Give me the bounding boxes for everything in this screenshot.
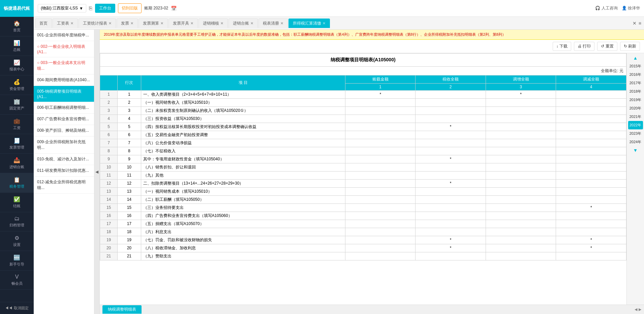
- row-c1[interactable]: [345, 203, 415, 212]
- row-c2[interactable]: [416, 212, 486, 220]
- tab-import-check-close[interactable]: ✕: [220, 21, 223, 26]
- row-c2[interactable]: [416, 147, 486, 155]
- year-item[interactable]: 2020年: [628, 104, 643, 113]
- row-c1[interactable]: [345, 236, 415, 244]
- table-row[interactable]: 20 20 （八）税收滞纳金、加收利息 * *: [100, 244, 626, 252]
- row-c1[interactable]: [345, 228, 415, 236]
- row-c2[interactable]: *: [416, 155, 486, 163]
- year-item[interactable]: 2018年: [628, 87, 643, 96]
- row-c1[interactable]: [345, 131, 415, 139]
- tab-import-ledger[interactable]: 进销台账 ✕: [228, 19, 258, 28]
- row-c2[interactable]: *: [416, 244, 486, 252]
- row-c1[interactable]: [345, 139, 415, 147]
- row-c3[interactable]: [486, 147, 556, 155]
- table-row[interactable]: 21 21 （九）赞助支出: [100, 252, 626, 260]
- row-c3[interactable]: [486, 179, 556, 187]
- row-c4[interactable]: *: [556, 236, 626, 244]
- row-c4[interactable]: [556, 187, 626, 195]
- row-c4[interactable]: [556, 90, 626, 98]
- old-version-button[interactable]: 切到旧版: [118, 3, 142, 13]
- row-c3[interactable]: [486, 220, 556, 228]
- customer-service[interactable]: 🎧 人工咨询: [595, 5, 617, 11]
- row-c2[interactable]: [416, 252, 486, 260]
- tab-payroll-report-close[interactable]: ✕: [109, 21, 112, 26]
- list-item-001[interactable]: 001-企业所得税年度纳税申...: [34, 30, 94, 41]
- year-item[interactable]: 2021年: [628, 113, 643, 121]
- sidebar-item-home[interactable]: 🏠 首页: [0, 17, 34, 36]
- row-c2[interactable]: [416, 220, 486, 228]
- row-c4[interactable]: *: [556, 244, 626, 252]
- row-c3[interactable]: [486, 106, 556, 115]
- list-item-011[interactable]: 011-研发费用加计扣除优惠...: [34, 165, 94, 177]
- row-c2[interactable]: [416, 106, 486, 115]
- row-c1[interactable]: [345, 179, 415, 187]
- year-scroll-down[interactable]: ▼: [630, 147, 642, 154]
- table-row[interactable]: 13 13 （一）视同销售成本（填写A105010）: [100, 187, 626, 195]
- sidebar-item-import[interactable]: 📥 进销台账: [0, 154, 34, 173]
- more-tabs-icon[interactable]: ≡: [639, 21, 641, 26]
- tab-income-tax[interactable]: 所得税汇算清缴 ✕: [288, 19, 330, 28]
- row-c2[interactable]: [416, 187, 486, 195]
- row-c1[interactable]: [345, 195, 415, 203]
- tab-home[interactable]: 首页: [35, 19, 52, 28]
- table-row[interactable]: 7 7 （六）公允价值变动净损益: [100, 139, 626, 147]
- row-c4[interactable]: [556, 252, 626, 260]
- year-item[interactable]: 2019年: [628, 96, 643, 104]
- row-c4[interactable]: [556, 171, 626, 179]
- row-c2[interactable]: [416, 163, 486, 171]
- row-c2[interactable]: [416, 228, 486, 236]
- tab-tax-clear-close[interactable]: ✕: [280, 21, 283, 26]
- tab-invoice-close[interactable]: ✕: [130, 21, 133, 26]
- row-c4[interactable]: [556, 228, 626, 236]
- row-c4[interactable]: [556, 131, 626, 139]
- row-c3[interactable]: [486, 98, 556, 106]
- user-avatar[interactable]: 👤 徐泽华: [622, 5, 640, 11]
- sidebar-item-invoice[interactable]: 🧾 发票管理: [0, 134, 34, 154]
- tab-payroll-report[interactable]: 工资统计报表 ✕: [79, 19, 116, 28]
- list-item-002[interactable]: 002-一般企业收入明细表(A1...: [34, 41, 94, 57]
- tab-invoice-open[interactable]: 发票开具 ✕: [168, 19, 198, 28]
- sidebar-item-settle[interactable]: ✅ 结账: [0, 193, 34, 212]
- row-c3[interactable]: [486, 203, 556, 212]
- row-c1[interactable]: [345, 244, 415, 252]
- row-c2[interactable]: [416, 98, 486, 106]
- year-item[interactable]: 2024年: [628, 138, 643, 146]
- tab-invoice-open-close[interactable]: ✕: [190, 21, 193, 26]
- table-row[interactable]: 2 2 （一）视同销售收入（填写A105010）: [100, 98, 626, 106]
- row-c1[interactable]: [345, 171, 415, 179]
- row-c2[interactable]: [416, 203, 486, 212]
- row-c4[interactable]: [556, 123, 626, 131]
- year-item[interactable]: 2015年: [628, 62, 643, 70]
- row-c4[interactable]: [556, 115, 626, 123]
- list-item-004[interactable]: 004-期间费用明细表(A1040...: [34, 74, 94, 86]
- list-item-003[interactable]: 003-一般企业成本支出明细...: [34, 57, 94, 74]
- row-c3[interactable]: [486, 131, 556, 139]
- row-c1[interactable]: [345, 212, 415, 220]
- table-row[interactable]: 9 9 其中：专项用途财政性资金（填写A105040） *: [100, 155, 626, 163]
- row-c1[interactable]: [345, 220, 415, 228]
- tab-income-tax-close[interactable]: ✕: [323, 21, 326, 26]
- row-c1[interactable]: [345, 115, 415, 123]
- row-c2[interactable]: *: [416, 123, 486, 131]
- reset-button[interactable]: ↺ 重置: [597, 42, 617, 51]
- row-c3[interactable]: [486, 236, 556, 244]
- workbench-button[interactable]: 工作台: [95, 4, 115, 13]
- list-item-012[interactable]: 012-减免企业所得税优惠明细...: [34, 177, 94, 194]
- row-c1[interactable]: [345, 123, 415, 131]
- year-item[interactable]: 2016年: [628, 70, 643, 79]
- table-row[interactable]: 6 6 （五）交易性金融资产初始投资调整: [100, 131, 626, 139]
- tab-import-check[interactable]: 进销稽核 ✕: [198, 19, 228, 28]
- sidebar-item-asset[interactable]: 🏢 固定资产: [0, 95, 34, 115]
- tab-payroll-close[interactable]: ✕: [70, 21, 73, 26]
- table-row[interactable]: 16 16 （四）广告费和业务宣传费支出（填写A105060）: [100, 212, 626, 220]
- sidebar-item-ledger[interactable]: 📊 总账: [0, 36, 34, 56]
- row-c3[interactable]: [486, 123, 556, 131]
- table-row[interactable]: 19 19 （七）罚金、罚款和被没收财物的损失 * *: [100, 236, 626, 244]
- copy-icon[interactable]: ⎘: [89, 5, 92, 11]
- row-c1[interactable]: [345, 147, 415, 155]
- row-c4[interactable]: [556, 98, 626, 106]
- table-row[interactable]: 3 3 （二）未按权责发生制原则确认的收入（填写A105020①）: [100, 106, 626, 115]
- list-item-010[interactable]: 010-免税、减计收入及加计...: [34, 154, 94, 165]
- table-row[interactable]: 11 11 （九）其他: [100, 171, 626, 179]
- row-c2[interactable]: [416, 171, 486, 179]
